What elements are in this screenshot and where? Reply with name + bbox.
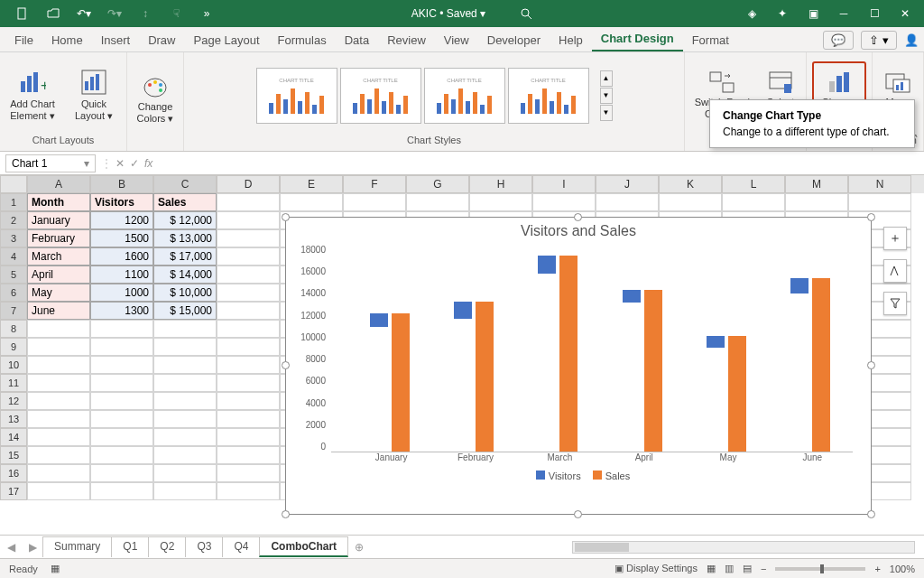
tab-insert[interactable]: Insert bbox=[92, 29, 140, 51]
tab-format[interactable]: Format bbox=[683, 29, 738, 51]
comments-button[interactable]: 💬 bbox=[823, 31, 854, 50]
cell[interactable]: Sales bbox=[153, 193, 217, 211]
chart-bar[interactable] bbox=[644, 290, 662, 452]
col-header[interactable]: G bbox=[406, 175, 469, 193]
chart-styles-icon[interactable] bbox=[883, 259, 907, 283]
cell[interactable] bbox=[217, 374, 280, 392]
resize-handle[interactable] bbox=[282, 361, 290, 369]
cell[interactable] bbox=[27, 338, 90, 356]
cell[interactable] bbox=[90, 356, 153, 374]
new-sheet-button[interactable]: ⊕ bbox=[348, 541, 370, 554]
cell[interactable] bbox=[90, 410, 153, 428]
cell[interactable] bbox=[217, 229, 280, 247]
zoom-level[interactable]: 100% bbox=[890, 564, 915, 574]
cell[interactable] bbox=[217, 266, 280, 284]
cell[interactable]: $ 13,000 bbox=[153, 229, 217, 247]
cell[interactable] bbox=[153, 320, 217, 338]
chart-legend[interactable]: Visitors Sales bbox=[286, 467, 871, 485]
col-header[interactable]: H bbox=[469, 175, 532, 193]
chart-bar[interactable] bbox=[728, 336, 746, 452]
view-break-icon[interactable]: ▤ bbox=[743, 563, 752, 574]
col-header[interactable]: D bbox=[217, 175, 280, 193]
resize-handle[interactable] bbox=[574, 510, 582, 518]
tab-nav-next[interactable]: ▶ bbox=[22, 541, 43, 554]
resize-handle[interactable] bbox=[282, 510, 290, 518]
cell[interactable] bbox=[27, 410, 90, 428]
cell[interactable]: $ 15,000 bbox=[153, 302, 217, 320]
cell[interactable] bbox=[90, 392, 153, 410]
cell[interactable] bbox=[217, 338, 280, 356]
cell[interactable]: Month bbox=[27, 193, 90, 211]
cell[interactable] bbox=[217, 320, 280, 338]
row-header[interactable]: 17 bbox=[0, 482, 27, 500]
cell[interactable] bbox=[153, 428, 217, 446]
cell[interactable]: June bbox=[27, 302, 90, 320]
chart-bar[interactable] bbox=[538, 256, 556, 274]
row-header[interactable]: 9 bbox=[0, 338, 27, 356]
col-header[interactable]: E bbox=[280, 175, 343, 193]
sheet-tab[interactable]: Q2 bbox=[148, 536, 186, 557]
chart-bar[interactable] bbox=[454, 302, 472, 319]
row-header[interactable]: 2 bbox=[0, 211, 27, 229]
zoom-out-icon[interactable]: − bbox=[761, 564, 766, 574]
display-settings[interactable]: ▣ Display Settings bbox=[614, 563, 698, 574]
search-icon[interactable] bbox=[502, 0, 550, 27]
redo-icon[interactable]: ↷▾ bbox=[101, 0, 128, 27]
ribbon-mode-icon[interactable]: ▣ bbox=[799, 0, 827, 27]
touch-icon[interactable]: ☟ bbox=[162, 0, 189, 27]
col-header[interactable]: J bbox=[596, 175, 659, 193]
tab-page-layout[interactable]: Page Layout bbox=[185, 29, 269, 51]
view-normal-icon[interactable]: ▦ bbox=[707, 563, 716, 574]
formula-input[interactable] bbox=[156, 162, 924, 165]
cell[interactable] bbox=[153, 464, 217, 482]
chart-style-thumb[interactable]: CHART TITLE bbox=[424, 68, 505, 124]
tab-help[interactable]: Help bbox=[550, 29, 592, 51]
chart-bar[interactable] bbox=[707, 336, 725, 348]
cell[interactable] bbox=[153, 482, 217, 500]
chart-elements-icon[interactable]: ＋ bbox=[883, 227, 907, 250]
close-icon[interactable]: ✕ bbox=[892, 0, 919, 27]
chart-filter-icon[interactable] bbox=[883, 292, 907, 315]
cell[interactable] bbox=[217, 356, 280, 374]
row-header[interactable]: 3 bbox=[0, 229, 27, 247]
row-header[interactable]: 11 bbox=[0, 374, 27, 392]
add-chart-element-button[interactable]: + Add Chart Element ▾ bbox=[5, 61, 60, 130]
cell[interactable] bbox=[848, 193, 911, 211]
row-header[interactable]: 13 bbox=[0, 410, 27, 428]
profile-icon[interactable]: 👤 bbox=[904, 33, 919, 47]
cell[interactable] bbox=[217, 211, 280, 229]
tab-formulas[interactable]: Formulas bbox=[269, 29, 336, 51]
cell[interactable] bbox=[27, 428, 90, 446]
cell[interactable] bbox=[217, 284, 280, 302]
resize-handle[interactable] bbox=[867, 213, 875, 221]
cell[interactable] bbox=[153, 446, 217, 464]
maximize-icon[interactable]: ☐ bbox=[861, 0, 888, 27]
cell[interactable] bbox=[90, 482, 153, 500]
chart-bar[interactable] bbox=[476, 302, 494, 452]
cell[interactable] bbox=[217, 446, 280, 464]
select-all[interactable] bbox=[0, 175, 27, 193]
row-header[interactable]: 14 bbox=[0, 428, 27, 446]
sheet-tab[interactable]: Q1 bbox=[111, 536, 149, 557]
col-header[interactable]: I bbox=[532, 175, 596, 193]
chart-plot[interactable]: 0200040006000800010000120001400016000180… bbox=[331, 245, 853, 452]
cell[interactable]: $ 10,000 bbox=[153, 284, 217, 302]
row-header[interactable]: 5 bbox=[0, 266, 27, 284]
zoom-slider[interactable] bbox=[775, 567, 865, 571]
qat-more-icon[interactable]: » bbox=[193, 0, 220, 27]
cell[interactable] bbox=[785, 193, 848, 211]
resize-handle[interactable] bbox=[867, 510, 875, 518]
cell[interactable] bbox=[217, 302, 280, 320]
cell[interactable] bbox=[90, 446, 153, 464]
col-header[interactable]: M bbox=[785, 175, 848, 193]
tab-file[interactable]: File bbox=[5, 29, 42, 51]
cell[interactable] bbox=[406, 193, 469, 211]
cell[interactable] bbox=[90, 464, 153, 482]
resize-handle[interactable] bbox=[282, 213, 290, 221]
resize-handle[interactable] bbox=[574, 213, 582, 221]
cell[interactable] bbox=[722, 193, 785, 211]
cancel-icon[interactable]: ✕ bbox=[116, 157, 125, 170]
zoom-in-icon[interactable]: + bbox=[874, 564, 880, 574]
cell[interactable] bbox=[217, 193, 280, 211]
share-button[interactable]: ⇧ ▾ bbox=[861, 31, 897, 50]
